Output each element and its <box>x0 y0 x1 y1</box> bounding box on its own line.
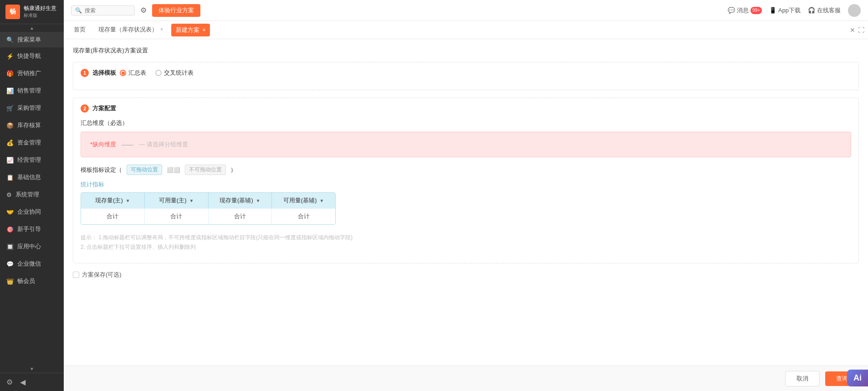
sidebar-item-system[interactable]: ⚙ 系统管理 <box>0 186 64 203</box>
user-avatar[interactable] <box>848 4 861 17</box>
stats-col-2[interactable]: 现存量(基辅) ▼ <box>209 193 272 208</box>
col-2-chevron[interactable]: ▼ <box>256 198 260 203</box>
radio-summary-label: 汇总表 <box>128 69 146 77</box>
col-1-chevron[interactable]: ▼ <box>189 198 194 203</box>
tab-new-scheme-close[interactable]: × <box>202 27 205 33</box>
ai-badge[interactable]: Ai <box>847 370 868 386</box>
tips: 提示： 1.拖动标题栏可以调整布局，不可跨维度或指标区域拖动栏目字段(只能在同一… <box>81 230 851 257</box>
sidebar-item-inventory[interactable]: 📦 库存核算 <box>0 117 64 134</box>
message-label: 消息 <box>737 6 749 15</box>
gear-icon: ⚙ <box>6 191 12 198</box>
stats-cell-0-3: 合计 <box>272 209 335 224</box>
stats-col-3-label: 可用量(基辅) <box>283 196 317 205</box>
tab-new-scheme[interactable]: 新建方案 × <box>171 24 210 36</box>
cart-icon: 🛒 <box>6 105 14 112</box>
sidebar-item-label: 销售管理 <box>17 87 41 95</box>
tab-inventory-label: 现存量（库存状况表） <box>98 26 158 34</box>
dimension-box: *纵向维度 —— — 请选择分组维度 <box>81 132 851 157</box>
message-icon: 💬 <box>728 7 735 14</box>
topbar-right: 💬 消息 99+ 📱 App下载 🎧 在线客服 <box>728 4 861 17</box>
collapse-icon[interactable]: ◀ <box>20 378 26 386</box>
section-template: 1 选择模板 汇总表 交叉统计表 <box>73 62 859 90</box>
sidebar-item-basic[interactable]: 📋 基础信息 <box>0 169 64 186</box>
sidebar-item-wechat[interactable]: 💬 企业微信 <box>0 255 64 273</box>
box-icon: 📦 <box>6 122 14 129</box>
content-inner: 现存量(库存状况表)方案设置 1 选择模板 汇总表 交叉统计表 <box>64 39 868 365</box>
quick-nav-icon: ⚡ <box>6 53 14 60</box>
topbar-message[interactable]: 💬 消息 99+ <box>728 6 762 15</box>
topbar-online-service[interactable]: 🎧 在线客服 <box>808 6 841 15</box>
sidebar-item-quick-nav[interactable]: ⚡ 快捷导航 <box>0 47 64 65</box>
tab-new-scheme-label: 新建方案 <box>176 26 199 34</box>
sidebar-scroll-down[interactable]: ▼ <box>0 365 64 373</box>
tab-home[interactable]: 首页 <box>67 21 92 39</box>
sidebar-scroll-up[interactable]: ▲ <box>0 24 64 32</box>
indicator-setting-close: ） <box>230 166 236 174</box>
tip-2: 2. 点击标题栏下拉可设置排序、插入列和删除列 <box>81 243 851 251</box>
sidebar-item-sales[interactable]: 📊 销售管理 <box>0 82 64 99</box>
settings-icon[interactable]: ⚙ <box>6 378 13 386</box>
section1-title: 选择模板 <box>92 69 116 77</box>
cancel-button[interactable]: 取消 <box>785 371 820 386</box>
indicator-setting-label: 模板指标设定（ <box>81 166 122 174</box>
radio-summary[interactable]: 汇总表 <box>120 69 146 77</box>
sidebar-item-newbie[interactable]: 🎯 新手引导 <box>0 221 64 238</box>
save-checkbox[interactable] <box>73 272 79 278</box>
trial-btn[interactable]: 体验行业方案 <box>152 4 200 17</box>
stats-col-1-label: 可用量(主) <box>159 196 187 205</box>
tab-expand-icon[interactable]: ⛶ <box>858 26 864 34</box>
col-0-chevron[interactable]: ▼ <box>126 198 130 203</box>
sidebar-item-marketing[interactable]: 🎁 营销推广 <box>0 65 64 82</box>
sidebar-item-label: 采购管理 <box>17 104 41 112</box>
gift-icon: 🎁 <box>6 70 14 77</box>
sidebar-item-finance[interactable]: 💰 资金管理 <box>0 134 64 151</box>
sidebar-item-label: 系统管理 <box>15 190 39 199</box>
dimension-label: 汇总维度（必选） <box>81 119 851 127</box>
dim-placeholder[interactable]: — 请选择分组维度 <box>139 140 188 149</box>
sidebar-item-member[interactable]: 👑 畅会员 <box>0 273 64 290</box>
sidebar-item-enterprise[interactable]: 🤝 企业协同 <box>0 203 64 221</box>
sidebar-item-label: 搜索菜单 <box>17 36 41 44</box>
radio-cross[interactable]: 交叉统计表 <box>155 69 194 77</box>
message-badge: 99+ <box>751 7 762 14</box>
stats-col-0[interactable]: 现存量(主) ▼ <box>81 193 145 208</box>
topbar-gear-icon[interactable]: ⚙ <box>140 6 147 15</box>
stats-col-3[interactable]: 可用量(基辅) ▼ <box>272 193 335 208</box>
sidebar-item-label: 基础信息 <box>17 173 41 181</box>
topbar-search-box[interactable]: 🔍 <box>71 5 135 15</box>
sidebar-item-label: 经营管理 <box>17 156 41 164</box>
sidebar-item-label: 应用中心 <box>17 242 41 251</box>
topbar-app-download[interactable]: 📱 App下载 <box>769 6 801 15</box>
headset-icon: 🎧 <box>808 7 815 14</box>
content: 现存量(库存状况表)方案设置 1 选择模板 汇总表 交叉统计表 <box>64 39 868 365</box>
tab-close-all-icon[interactable]: ✕ <box>850 26 855 34</box>
tab-inventory-status[interactable]: 现存量（库存状况表） × <box>92 21 169 39</box>
chart-icon: 📊 <box>6 87 14 94</box>
radio-cross-label: 交叉统计表 <box>164 69 194 77</box>
grid-icon: 🔲 <box>6 243 14 250</box>
tip-1: 提示： 1.拖动标题栏可以调整布局，不可跨维度或指标区域拖动栏目字段(只能在同一… <box>81 234 851 242</box>
app-name: 畅康通好生意 <box>24 5 56 12</box>
col-3-chevron[interactable]: ▼ <box>320 198 324 203</box>
save-option: 方案保存(可选) <box>73 271 859 279</box>
non-draggable-badge: 不可拖动位置 <box>185 165 226 175</box>
sidebar-item-operations[interactable]: 📈 经营管理 <box>0 151 64 169</box>
money-icon: 💰 <box>6 139 14 146</box>
sidebar-item-appstore[interactable]: 🔲 应用中心 <box>0 238 64 255</box>
topbar-search-input[interactable] <box>85 7 126 14</box>
sidebar-item-label: 企业微信 <box>17 260 41 268</box>
sidebar-item-purchase[interactable]: 🛒 采购管理 <box>0 99 64 117</box>
sidebar-item-label: 快捷导航 <box>17 52 41 60</box>
section2-header: 2 方案配置 <box>81 104 851 113</box>
section1-header: 1 选择模板 汇总表 交叉统计表 <box>81 69 851 77</box>
phone-icon: 📱 <box>769 7 776 14</box>
chat-icon: 💬 <box>6 261 14 268</box>
stats-col-1[interactable]: 可用量(主) ▼ <box>145 193 209 208</box>
stats-row-0: 合计 合计 合计 合计 <box>81 208 335 224</box>
sidebar-item-search[interactable]: 🔍 搜索菜单 <box>0 32 64 47</box>
topbar-search-icon: 🔍 <box>75 7 82 14</box>
tab-inventory-close[interactable]: × <box>160 27 163 32</box>
radio-summary-dot <box>120 70 126 76</box>
stats-section-title: 统计指标 <box>81 180 851 189</box>
sidebar-item-label: 营销推广 <box>17 69 41 77</box>
